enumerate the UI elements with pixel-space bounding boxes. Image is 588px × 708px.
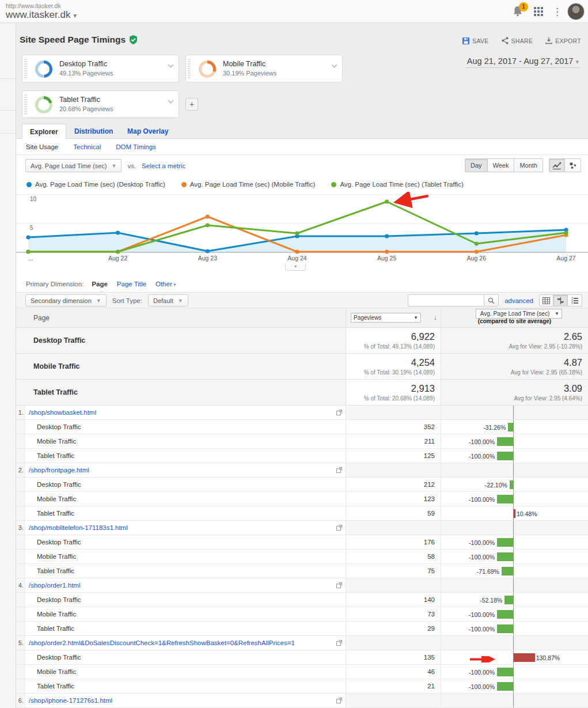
data-table-view-button[interactable] xyxy=(539,294,553,306)
page-url-link[interactable]: /shop/order2.html&DoSalesDiscountCheck=1… xyxy=(29,639,295,646)
group-pageviews-cell xyxy=(346,694,441,707)
segment-card-tablet[interactable]: Tablet Traffic20.68% Pageviews xyxy=(22,90,179,118)
comparison-value: 130.87% xyxy=(536,654,560,661)
avg-load-time-select[interactable]: Avg. Page Load Time (sec) ▼ xyxy=(476,309,562,319)
advanced-filter-link[interactable]: advanced xyxy=(504,297,533,304)
export-button[interactable]: EXPORT xyxy=(545,37,581,44)
motion-chart-view-button[interactable] xyxy=(565,158,581,172)
account-name: www.itasker.dk xyxy=(6,9,70,20)
comparison-bars-icon xyxy=(557,297,564,304)
share-button[interactable]: SHARE xyxy=(502,37,533,44)
page-url-link[interactable]: /shop/showbasket.html xyxy=(29,409,96,416)
chevron-down-icon[interactable] xyxy=(168,60,174,70)
add-segment-label: + xyxy=(189,100,194,109)
sort-type-select[interactable]: Default ▼ xyxy=(148,294,188,306)
primary-dimension-other[interactable]: Other ▾ xyxy=(155,281,176,287)
pageviews-metric-select[interactable]: Pageviews ▼ xyxy=(351,313,421,323)
search-button[interactable] xyxy=(484,294,499,306)
secondary-dimension-button[interactable]: Secondary dimension ▼ xyxy=(25,294,107,306)
subtab-site-usage[interactable]: Site Usage xyxy=(26,143,58,150)
page-url-link[interactable]: /shop/order1.html xyxy=(29,582,81,589)
sort-descending-icon[interactable]: ↓ xyxy=(434,313,438,321)
device-label: Tablet Traffic xyxy=(25,679,346,693)
row-index xyxy=(16,607,25,621)
avg-note: (compared to site average) xyxy=(441,318,588,324)
table-row: Tablet Traffic125-100.00% xyxy=(16,449,588,463)
comparison-bar-cell: -100.00% xyxy=(441,492,588,506)
pageviews-cell: 58 xyxy=(346,550,441,563)
comparison-value: -100.00% xyxy=(469,453,495,460)
open-in-new-icon[interactable] xyxy=(336,465,342,475)
notification-badge: 1 xyxy=(519,2,528,12)
tab-distribution[interactable]: Distribution xyxy=(67,124,120,139)
comparison-bar-cell: -100.00% xyxy=(441,535,588,549)
comparison-bar xyxy=(497,668,513,676)
table-row: Tablet Traffic5910.48% xyxy=(16,506,588,521)
metric-select[interactable]: Avg. Page Load Time (sec) ▼ xyxy=(25,159,122,172)
timeseries-chart[interactable]: 510...Aug 22Aug 23Aug 24Aug 25Aug 26Aug … xyxy=(16,192,588,276)
granularity-week[interactable]: Week xyxy=(488,158,515,172)
chevron-down-icon[interactable] xyxy=(168,96,174,106)
granularity-month[interactable]: Month xyxy=(514,158,543,172)
avatar[interactable] xyxy=(567,3,585,20)
primary-dimension-page-title[interactable]: Page Title xyxy=(117,281,146,287)
save-button[interactable]: SAVE xyxy=(462,37,488,44)
row-index xyxy=(16,665,25,679)
pivot-view-button[interactable] xyxy=(568,294,582,306)
subtab-dom-timings[interactable]: DOM Timings xyxy=(116,143,156,150)
comparison-bar-cell: -100.00% xyxy=(441,607,588,621)
pageviews-cell: 46 xyxy=(346,665,441,679)
group-avg-cell xyxy=(441,463,588,477)
line-chart-view-button[interactable] xyxy=(549,158,565,172)
chart-collapse-handle[interactable]: ▾ xyxy=(285,264,306,271)
legend-label: Avg. Page Load Time (sec) (Desktop Traff… xyxy=(35,181,165,188)
page-url-link[interactable]: /shop/iphone-171276s1.html xyxy=(29,697,112,704)
svg-text:Aug 24: Aug 24 xyxy=(287,255,306,262)
open-in-new-icon[interactable] xyxy=(336,580,342,590)
legend-label: Avg. Page Load Time (sec) (Tablet Traffi… xyxy=(340,181,463,188)
column-header-pageviews: Pageviews ▼ ↓ xyxy=(346,308,441,327)
bar-axis-line xyxy=(513,434,514,448)
collapsed-nav-rail[interactable] xyxy=(0,24,16,708)
row-index xyxy=(16,449,25,463)
avg-value: 2.65 xyxy=(441,331,582,342)
open-in-new-icon[interactable] xyxy=(336,638,342,648)
add-segment-button[interactable]: + xyxy=(185,98,198,111)
page-url-link[interactable]: /shop/frontpage.html xyxy=(29,467,89,474)
page-url-link[interactable]: /shop/mobiltelefon-171183s1.html xyxy=(29,524,128,531)
bar-axis-line xyxy=(513,449,514,463)
explorer-panel: Site UsageTechnicalDOM Timings Avg. Page… xyxy=(16,139,588,708)
open-in-new-icon[interactable] xyxy=(336,407,342,418)
chevron-down-icon[interactable] xyxy=(331,60,337,70)
segment-card-desktop[interactable]: Desktop Traffic49.13% Pageviews xyxy=(22,55,179,82)
granularity-day[interactable]: Day xyxy=(465,158,488,172)
metric-group-nav: Site UsageTechnicalDOM Timings xyxy=(16,139,588,155)
date-range-selector[interactable]: Aug 21, 2017 - Aug 27, 2017 ▾ xyxy=(466,56,580,68)
segment-card-mobile[interactable]: Mobile Traffic30.19% Pageviews xyxy=(185,55,343,82)
primary-dimension-page[interactable]: Page xyxy=(92,281,108,287)
comparison-bar-cell: -22.10% xyxy=(441,478,588,491)
tab-explorer[interactable]: Explorer xyxy=(22,124,66,139)
comparison-bar xyxy=(497,452,513,460)
select-metric-link[interactable]: Select a metric xyxy=(142,162,185,169)
notifications-button[interactable]: 1 xyxy=(512,5,525,18)
column-header-page[interactable]: Page xyxy=(16,308,346,327)
table-search-input[interactable] xyxy=(408,294,484,306)
device-label: Mobile Traffic xyxy=(25,665,346,679)
open-in-new-icon[interactable] xyxy=(336,523,342,533)
bar-axis-line xyxy=(513,550,514,563)
open-in-new-icon[interactable] xyxy=(336,695,342,706)
segment-name: Desktop Traffic xyxy=(59,60,107,68)
overflow-menu-icon[interactable]: ⋮ xyxy=(552,7,558,17)
svg-text:Aug 25: Aug 25 xyxy=(377,255,396,262)
summary-pageviews-cell: 2,913% of Total: 20.68% (14,089) xyxy=(346,380,441,405)
table-group-row: 6./shop/iphone-171276s1.html xyxy=(16,694,588,708)
account-selector[interactable]: www.itasker.dk ▾ xyxy=(6,9,77,21)
pageviews-cell: 212 xyxy=(346,478,441,491)
subtab-technical[interactable]: Technical xyxy=(73,143,101,150)
tab-map-overlay[interactable]: Map Overlay xyxy=(120,124,176,139)
secondary-dimension-label: Secondary dimension xyxy=(31,297,92,304)
share-label: SHARE xyxy=(511,37,533,44)
comparison-view-button[interactable] xyxy=(553,294,568,306)
apps-grid-icon[interactable] xyxy=(534,7,543,16)
